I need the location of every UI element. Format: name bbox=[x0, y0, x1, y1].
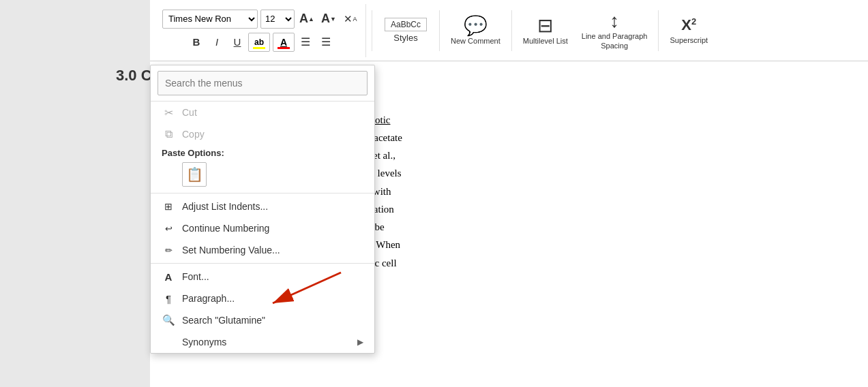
highlight-button[interactable]: ab bbox=[248, 33, 270, 52]
paragraph-menu-item[interactable]: ¶ Paragraph... bbox=[151, 288, 374, 309]
set-numbering-menu-item[interactable]: ✏ Set Numbering Value... bbox=[151, 239, 374, 261]
new-comment-icon: 💬 bbox=[464, 16, 488, 35]
grow-font-button[interactable]: A▲ bbox=[297, 10, 316, 29]
menu-search-input[interactable] bbox=[158, 71, 368, 95]
font-label: Font... bbox=[182, 271, 209, 282]
spacing-label: Spacing bbox=[601, 42, 628, 50]
menu-divider-2 bbox=[151, 263, 374, 264]
highlight-icon: ab bbox=[254, 37, 264, 47]
toolbar-sep-1 bbox=[372, 10, 372, 51]
paste-options-area: 📋 bbox=[151, 159, 374, 191]
underline-button[interactable]: U bbox=[228, 33, 247, 52]
font-menu-item[interactable]: A Font... bbox=[151, 266, 374, 288]
section-number: 3.0 C bbox=[116, 67, 152, 84]
font-name-select[interactable]: Times New Ron bbox=[162, 10, 258, 29]
new-comment-button[interactable]: 💬 New Comment bbox=[445, 7, 506, 55]
line-paragraph-icon: ↕ bbox=[610, 12, 619, 31]
line-paragraph-label: Line and Paragraph bbox=[582, 32, 648, 40]
line-paragraph-button[interactable]: ↕ Line and Paragraph Spacing bbox=[576, 7, 653, 55]
toolbar-sep-2 bbox=[439, 10, 440, 51]
font-color-bar bbox=[278, 47, 290, 49]
synonyms-icon bbox=[162, 335, 175, 349]
superscript-button[interactable]: X2 Superscript bbox=[664, 7, 713, 55]
multilevel-label: Multilevel List bbox=[523, 37, 568, 45]
italic-button[interactable]: I bbox=[207, 33, 226, 52]
cut-menu-item[interactable]: ✂ Cut bbox=[151, 102, 374, 123]
synonyms-label: Synonyms bbox=[182, 337, 226, 347]
font-color-button[interactable]: A bbox=[273, 33, 295, 52]
superscript-icon: X2 bbox=[681, 16, 696, 34]
styles-label: Styles bbox=[393, 33, 417, 43]
search-box bbox=[151, 65, 374, 102]
search-glutamine-menu-item[interactable]: 🔍 Search "Glutamine" bbox=[151, 309, 374, 331]
format-clear-button[interactable]: ✕A bbox=[341, 10, 360, 29]
format-row: B I U ab A ☰ ☰ bbox=[187, 33, 335, 52]
bold-button[interactable]: B bbox=[187, 33, 206, 52]
context-menu: ✂ Cut ⧉ Copy Paste Options: 📋 ⊞ Adjust L… bbox=[150, 65, 375, 354]
multilevel-icon: ⊟ bbox=[537, 16, 553, 35]
synonyms-arrow-icon: ▶ bbox=[357, 337, 363, 347]
multilevel-list-button[interactable]: ⊟ Multilevel List bbox=[518, 7, 573, 55]
continue-numbering-icon: ↩ bbox=[162, 221, 175, 235]
superscript-label: Superscript bbox=[670, 36, 708, 44]
font-row: Times New Ron 12 A▲ A▼ ✕A bbox=[162, 10, 360, 29]
paragraph-icon: ¶ bbox=[162, 292, 175, 305]
styles-preview: AaBbCc bbox=[385, 18, 427, 31]
synonyms-menu-item[interactable]: Synonyms ▶ bbox=[151, 331, 374, 353]
paste-options-header: Paste Options: bbox=[151, 145, 374, 159]
continue-numbering-menu-item[interactable]: ↩ Continue Numbering bbox=[151, 217, 374, 239]
bullets-button[interactable]: ☰ bbox=[296, 33, 315, 52]
adjust-list-label: Adjust List Indents... bbox=[182, 201, 268, 212]
copy-label: Copy bbox=[182, 129, 205, 140]
set-numbering-label: Set Numbering Value... bbox=[182, 245, 280, 256]
copy-icon: ⧉ bbox=[162, 127, 175, 141]
toolbar: Times New Ron 12 A▲ A▼ ✕A B I U ab A ☰ ☰ bbox=[150, 0, 868, 61]
paragraph-label: Paragraph... bbox=[182, 293, 235, 304]
font-size-select[interactable]: 12 bbox=[260, 10, 295, 29]
menu-divider-1 bbox=[151, 193, 374, 194]
toolbar-sep-3 bbox=[511, 10, 512, 51]
font-icon: A bbox=[162, 270, 175, 283]
shrink-font-button[interactable]: A▼ bbox=[319, 10, 338, 29]
paste-icon-button[interactable]: 📋 bbox=[182, 162, 207, 187]
toolbar-sep-4 bbox=[658, 10, 659, 51]
set-numbering-icon: ✏ bbox=[162, 243, 175, 257]
cut-icon: ✂ bbox=[162, 106, 175, 119]
new-comment-label: New Comment bbox=[451, 37, 500, 45]
font-group: Times New Ron 12 A▲ A▼ ✕A B I U ab A ☰ ☰ bbox=[157, 4, 366, 57]
adjust-list-icon: ⊞ bbox=[162, 200, 175, 213]
search-glutamine-label: Search "Glutamine" bbox=[182, 315, 265, 326]
highlight-color-bar bbox=[253, 47, 265, 49]
adjust-list-menu-item[interactable]: ⊞ Adjust List Indents... bbox=[151, 196, 374, 217]
cut-label: Cut bbox=[182, 107, 197, 118]
numbering-button[interactable]: ☰ bbox=[316, 33, 335, 52]
font-color-icon: A bbox=[280, 37, 287, 48]
continue-numbering-label: Continue Numbering bbox=[182, 223, 269, 234]
paste-clipboard-icon: 📋 bbox=[186, 166, 203, 183]
search-glutamine-icon: 🔍 bbox=[162, 313, 175, 327]
styles-button[interactable]: AaBbCc Styles bbox=[378, 7, 434, 55]
copy-menu-item[interactable]: ⧉ Copy bbox=[151, 123, 374, 145]
paste-options-label: Paste Options: bbox=[162, 148, 224, 158]
